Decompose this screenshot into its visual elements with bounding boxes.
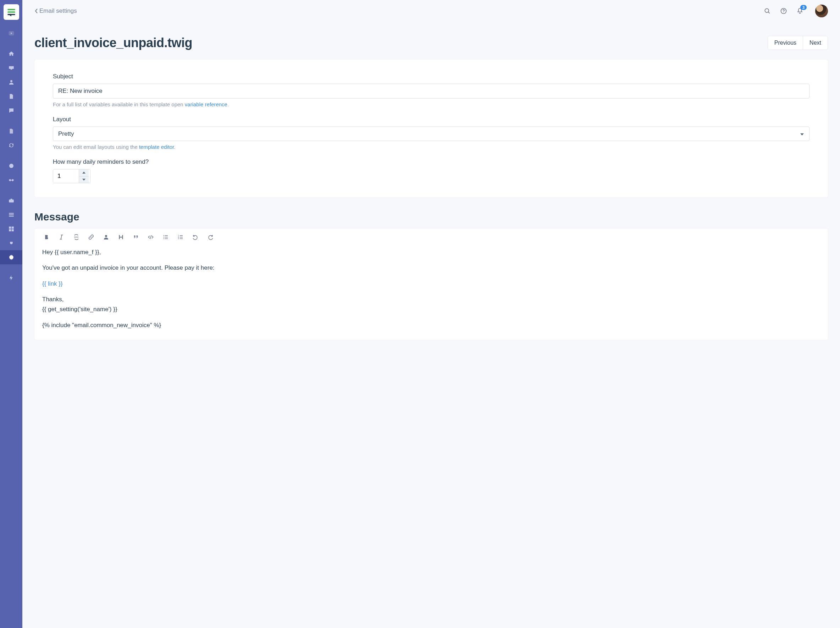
stepper-down-button[interactable] xyxy=(79,176,89,183)
layout-select[interactable]: Pretty xyxy=(53,126,810,141)
svg-point-19 xyxy=(164,235,164,236)
svg-text:3: 3 xyxy=(178,238,179,239)
tool-link-icon[interactable] xyxy=(87,233,95,241)
svg-rect-30 xyxy=(180,239,183,239)
svg-point-15 xyxy=(765,8,769,13)
svg-rect-7 xyxy=(10,199,12,200)
msg-line-2: You've got an unpaid invoice in your acc… xyxy=(42,263,820,272)
layout-label: Layout xyxy=(53,116,810,123)
subject-input[interactable] xyxy=(53,83,810,99)
next-button[interactable]: Next xyxy=(803,36,827,50)
msg-line-5: {% include "email.common_new_invoice" %} xyxy=(42,321,820,330)
svg-rect-22 xyxy=(165,237,168,238)
svg-rect-1 xyxy=(8,11,15,13)
subject-hint: For a full list of variables available i… xyxy=(53,101,810,107)
help-icon[interactable] xyxy=(780,7,788,15)
svg-point-5 xyxy=(9,164,13,168)
topbar: Email settings 3 xyxy=(35,0,828,22)
tool-quote-icon[interactable] xyxy=(132,233,140,241)
svg-rect-20 xyxy=(165,235,168,236)
user-avatar[interactable] xyxy=(815,5,828,17)
msg-line-4: {{ get_setting('site_name') }} xyxy=(42,305,820,314)
nav-plug-icon[interactable] xyxy=(0,236,22,250)
nav-chat-icon[interactable] xyxy=(0,104,22,118)
tool-user-icon[interactable] xyxy=(102,233,111,241)
svg-rect-11 xyxy=(9,227,11,228)
sidebar xyxy=(0,0,22,628)
tool-heading-icon[interactable] xyxy=(117,233,125,241)
breadcrumb-label: Email settings xyxy=(39,8,77,14)
nav-bolt-icon[interactable] xyxy=(0,271,22,285)
tool-ul-icon[interactable] xyxy=(161,233,170,241)
svg-point-4 xyxy=(10,80,13,82)
nav-file-icon[interactable] xyxy=(0,124,22,138)
breadcrumb-back[interactable]: Email settings xyxy=(35,8,77,14)
msg-link: {{ link }} xyxy=(42,280,63,287)
nav-grid-icon[interactable] xyxy=(0,222,22,236)
svg-rect-26 xyxy=(180,235,183,236)
message-editor: 123 Hey {{ user.name_f }}, You've got an… xyxy=(35,228,828,340)
msg-line-3: Thanks, xyxy=(42,295,820,304)
nav-inbox-icon[interactable] xyxy=(0,61,22,75)
notification-badge: 3 xyxy=(800,5,807,10)
pager: Previous Next xyxy=(767,36,828,50)
tool-bold-icon[interactable] xyxy=(42,233,51,241)
layout-hint: You can edit email layouts using the tem… xyxy=(53,144,810,150)
tool-italic-icon[interactable] xyxy=(57,233,66,241)
reminders-label: How many daily reminders to send? xyxy=(53,158,810,165)
tool-code-icon[interactable] xyxy=(147,233,155,241)
svg-rect-12 xyxy=(11,227,13,228)
nav-badge-icon[interactable] xyxy=(0,159,22,173)
svg-point-23 xyxy=(164,238,164,239)
svg-rect-8 xyxy=(9,213,14,214)
svg-rect-14 xyxy=(11,229,13,231)
svg-rect-24 xyxy=(165,239,168,239)
svg-rect-0 xyxy=(8,9,15,10)
svg-rect-2 xyxy=(8,14,15,15)
stepper-up-button[interactable] xyxy=(79,169,89,176)
svg-rect-28 xyxy=(180,237,183,238)
svg-rect-13 xyxy=(9,229,11,231)
svg-rect-10 xyxy=(9,216,14,217)
nav-document-icon[interactable] xyxy=(0,89,22,104)
svg-rect-9 xyxy=(9,214,14,215)
tool-ol-icon[interactable]: 123 xyxy=(176,233,185,241)
msg-line-1: Hey {{ user.name_f }}, xyxy=(42,248,820,257)
nav-sync-icon[interactable] xyxy=(0,138,22,153)
nav-arrow-icon[interactable] xyxy=(0,26,22,40)
nav-home-icon[interactable] xyxy=(0,47,22,61)
tool-undo-icon[interactable] xyxy=(191,233,200,241)
logo[interactable] xyxy=(3,4,19,20)
message-heading: Message xyxy=(35,211,828,223)
variable-reference-link[interactable]: variable reference xyxy=(185,101,227,107)
template-editor-link[interactable]: template editor xyxy=(139,144,174,150)
subject-label: Subject xyxy=(53,73,810,80)
nav-list-icon[interactable] xyxy=(0,208,22,222)
editor-body[interactable]: Hey {{ user.name_f }}, You've got an unp… xyxy=(35,246,828,340)
page-title: client_invoice_unpaid.twig xyxy=(35,35,192,50)
tool-redo-icon[interactable] xyxy=(206,233,215,241)
svg-point-21 xyxy=(164,237,164,238)
previous-button[interactable]: Previous xyxy=(768,36,803,50)
nav-handshake-icon[interactable] xyxy=(0,173,22,187)
notifications-icon[interactable]: 3 xyxy=(796,7,804,15)
editor-toolbar: 123 xyxy=(35,228,828,246)
svg-rect-6 xyxy=(9,200,14,202)
nav-briefcase-icon[interactable] xyxy=(0,194,22,208)
nav-user-icon[interactable] xyxy=(0,75,22,89)
svg-point-18 xyxy=(105,235,107,237)
reminders-stepper xyxy=(53,169,90,183)
tool-strikethrough-icon[interactable] xyxy=(72,233,81,241)
search-icon[interactable] xyxy=(763,7,771,15)
form-card: Subject For a full list of variables ava… xyxy=(35,60,828,197)
reminders-input[interactable] xyxy=(53,169,79,183)
nav-settings-icon[interactable] xyxy=(0,250,22,264)
